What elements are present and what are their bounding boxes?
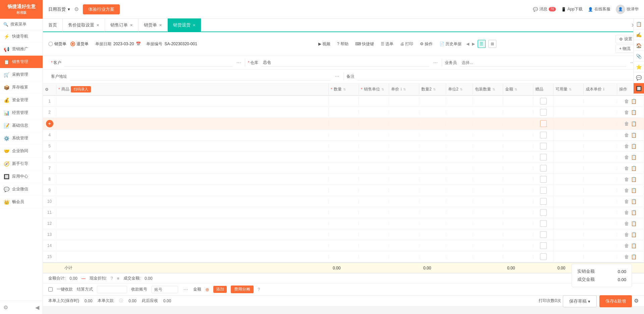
account-dots[interactable]: ··· bbox=[182, 287, 189, 293]
delete-icon-12[interactable]: 🗑 bbox=[624, 221, 629, 226]
scan-btn[interactable]: 扫码录入 bbox=[71, 86, 91, 92]
td-gift-3[interactable] bbox=[533, 118, 553, 129]
side-attach-btn[interactable]: 📎 bbox=[634, 51, 644, 62]
tab-sales[interactable]: 销货单 ✕ bbox=[139, 18, 168, 32]
td-goods-4[interactable] bbox=[56, 133, 329, 137]
gift-checkbox-6[interactable] bbox=[540, 154, 547, 161]
td-pkgqty-5[interactable] bbox=[473, 144, 503, 148]
copy-icon-14[interactable]: 📋 bbox=[631, 243, 637, 248]
delete-icon-3[interactable]: 🗑 bbox=[624, 121, 629, 126]
pkgqty-input-1[interactable] bbox=[475, 99, 501, 104]
nav-next[interactable]: ▶ bbox=[472, 42, 475, 46]
address-dots[interactable]: ··· bbox=[333, 73, 340, 79]
td-gift-5[interactable] bbox=[533, 141, 553, 151]
td-price-5[interactable] bbox=[389, 144, 419, 148]
module-selector[interactable]: 日用百货 ▾ bbox=[48, 6, 70, 12]
salesman-input[interactable] bbox=[460, 59, 626, 67]
gear-col-icon[interactable]: ⚙ bbox=[45, 87, 49, 92]
radio-sales[interactable]: 销货单 bbox=[48, 41, 66, 47]
print-btn[interactable]: 🖨 打印 bbox=[398, 40, 415, 48]
add-row-btn[interactable]: + bbox=[46, 120, 53, 127]
account-input[interactable] bbox=[151, 286, 178, 293]
td-qty2-5[interactable] bbox=[419, 144, 446, 148]
gift-checkbox-7[interactable] bbox=[540, 165, 547, 172]
gift-checkbox-5[interactable] bbox=[540, 143, 547, 149]
sidebar-item-member[interactable]: 👑 畅会员 bbox=[0, 196, 43, 208]
td-pkgqty-4[interactable] bbox=[473, 133, 503, 137]
sidebar-item-shortcuts[interactable]: ⚡ 快捷导航 bbox=[0, 30, 43, 43]
td-amount-2[interactable] bbox=[503, 110, 533, 114]
copy-icon-3[interactable]: 📋 bbox=[631, 121, 637, 126]
td-goods-5[interactable] bbox=[56, 144, 329, 148]
side-chat-btn[interactable]: 💬 bbox=[634, 72, 644, 83]
messages-btn[interactable]: 💬 消息 70 bbox=[533, 6, 556, 12]
copy-icon-8[interactable]: 📋 bbox=[631, 177, 637, 182]
tab-price-setting-close[interactable]: ✕ bbox=[96, 23, 99, 27]
delete-icon-5[interactable]: 🗑 bbox=[624, 143, 629, 149]
help-small-icon[interactable]: ? bbox=[111, 276, 113, 281]
gift-checkbox-8[interactable] bbox=[540, 176, 547, 183]
td-amount-5[interactable] bbox=[503, 144, 533, 148]
td-amount-3[interactable] bbox=[503, 122, 533, 126]
gift-checkbox-12[interactable] bbox=[540, 220, 547, 227]
td-pkgqty-3[interactable] bbox=[473, 122, 503, 126]
gift-checkbox-3[interactable] bbox=[540, 120, 547, 127]
side-notes-btn[interactable]: 📋 bbox=[634, 19, 644, 29]
sidebar-item-cooperation[interactable]: 🤝 企业协同 bbox=[0, 145, 43, 158]
gift-checkbox-13[interactable] bbox=[540, 231, 547, 238]
gift-checkbox-14[interactable] bbox=[540, 242, 547, 249]
tab-home[interactable]: 首页 bbox=[43, 18, 63, 32]
tab-sales-return[interactable]: 销货退货 ✕ bbox=[168, 18, 201, 32]
delete-icon-11[interactable]: 🗑 bbox=[624, 210, 629, 215]
draft-dropdown-icon[interactable]: ▾ bbox=[588, 299, 590, 304]
settings-icon[interactable]: ⚙ bbox=[3, 304, 8, 311]
delete-icon-2[interactable]: 🗑 bbox=[624, 110, 629, 115]
delete-icon-1[interactable]: 🗑 bbox=[624, 99, 629, 104]
td-qty2-3[interactable] bbox=[419, 122, 446, 126]
delete-icon-6[interactable]: 🗑 bbox=[624, 154, 629, 160]
sidebar-item-wechat[interactable]: 💬 企业微信 bbox=[0, 183, 43, 196]
save-draft-btn[interactable]: 保存草稿 ▾ bbox=[563, 295, 597, 307]
td-pkgqty-2[interactable] bbox=[473, 110, 503, 114]
sort-price-icon[interactable]: ⇅ bbox=[403, 87, 406, 91]
customer-input[interactable] bbox=[64, 59, 232, 67]
copy-icon-1[interactable]: 📋 bbox=[631, 99, 637, 104]
tab-price-setting[interactable]: 售价提取设置 ✕ bbox=[63, 18, 105, 32]
td-gift-1[interactable] bbox=[533, 96, 553, 107]
doc-num-value[interactable]: SA-20230320-001 bbox=[164, 42, 197, 46]
copy-icon-9[interactable]: 📋 bbox=[631, 188, 637, 193]
fee-help-icon[interactable]: ? bbox=[258, 287, 260, 292]
td-unit2-1[interactable] bbox=[446, 97, 473, 106]
save-new-btn[interactable]: 保存&新增 bbox=[599, 295, 632, 307]
operate-btn[interactable]: ⚙ 操作 bbox=[418, 40, 435, 48]
nav-prev[interactable]: ◀ bbox=[466, 42, 469, 46]
gift-checkbox-4[interactable] bbox=[540, 132, 547, 138]
delete-icon-8[interactable]: 🗑 bbox=[624, 177, 629, 182]
sort-avail-icon[interactable]: ⇅ bbox=[569, 87, 572, 91]
shortcut-btn[interactable]: ⌨ 快捷键 bbox=[353, 40, 376, 48]
td-price-1[interactable] bbox=[389, 97, 419, 106]
sidebar-item-sales-mgmt[interactable]: 📋 销售管理 bbox=[0, 56, 43, 68]
gift-checkbox-9[interactable] bbox=[540, 187, 547, 194]
td-unit2-5[interactable] bbox=[446, 144, 473, 148]
gift-checkbox-10[interactable] bbox=[540, 198, 547, 205]
add-btn[interactable]: 添加 bbox=[213, 286, 227, 293]
gift-checkbox-1[interactable] bbox=[540, 98, 547, 105]
sort-qty-icon[interactable]: ⇅ bbox=[343, 87, 346, 91]
td-qty2-2[interactable] bbox=[419, 110, 446, 114]
price-input-1[interactable] bbox=[391, 99, 417, 104]
sidebar-item-system[interactable]: ⚙️ 系统管理 bbox=[0, 132, 43, 145]
taskbar-settings2[interactable]: ⚙ bbox=[634, 298, 639, 304]
td-qty-4[interactable] bbox=[329, 133, 359, 137]
sidebar-item-guide[interactable]: 🧭 新手引导 bbox=[0, 158, 43, 170]
td-goods-1[interactable] bbox=[56, 97, 329, 106]
copy-icon-10[interactable]: 📋 bbox=[631, 199, 637, 204]
view-table-btn[interactable]: ☰ bbox=[478, 40, 486, 48]
qty2-input-1[interactable] bbox=[421, 99, 444, 104]
delete-icon-13[interactable]: 🗑 bbox=[624, 232, 629, 237]
td-unit-5[interactable] bbox=[359, 144, 389, 148]
video-btn[interactable]: ▶ 视频 bbox=[316, 40, 332, 48]
radio-return[interactable]: 退货单 bbox=[70, 41, 89, 47]
td-qty-5[interactable] bbox=[329, 144, 359, 148]
td-unit2-4[interactable] bbox=[446, 133, 473, 137]
